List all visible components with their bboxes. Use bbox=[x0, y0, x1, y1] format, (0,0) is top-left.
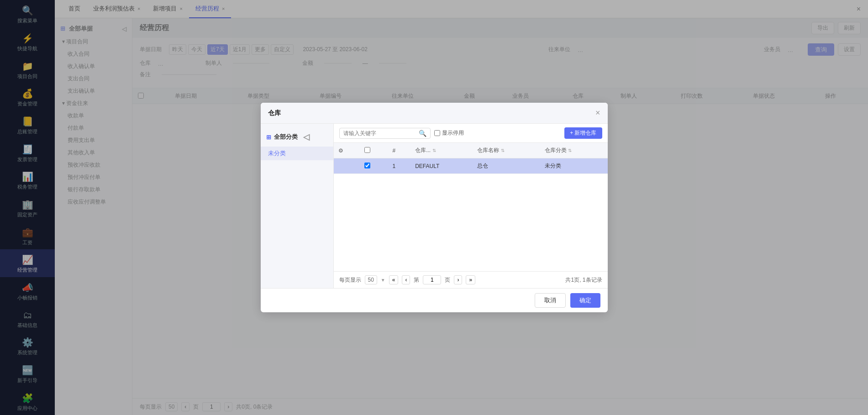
modal-title: 仓库 bbox=[268, 109, 281, 117]
modal-col-code: 仓库... ⇅ bbox=[410, 143, 473, 158]
modal-close-btn[interactable]: × bbox=[595, 108, 600, 118]
modal-total-info: 共1页, 1条记录 bbox=[565, 276, 602, 284]
modal-search-input[interactable] bbox=[343, 130, 419, 137]
modal-search-icon: 🔍 bbox=[419, 130, 426, 137]
row-checkbox[interactable] bbox=[360, 158, 388, 174]
modal-col-settings[interactable]: ⚙ bbox=[334, 143, 360, 158]
modal-col-name: 仓库名称 ⇅ bbox=[473, 143, 540, 158]
modal-table-header: ⚙ # 仓库... ⇅ 仓库名称 ⇅ bbox=[334, 143, 608, 158]
modal-per-page-value: 50 bbox=[365, 275, 377, 284]
show-disabled-text: 显示停用 bbox=[442, 129, 464, 137]
grid-icon: ⊞ bbox=[266, 134, 271, 141]
modal-body: ⊞ 全部分类 ◁ 未分类 🔍 显示停用 bbox=[261, 124, 608, 288]
warehouse-modal: 仓库 × ⊞ 全部分类 ◁ 未分类 🔍 bbox=[261, 103, 608, 312]
modal-per-page-label: 每页显示 bbox=[339, 276, 361, 284]
modal-select-arrow: ▼ bbox=[381, 278, 385, 283]
modal-sidebar-uncategorized[interactable]: 未分类 bbox=[261, 147, 333, 160]
modal-page-label: 页 bbox=[445, 276, 450, 284]
modal-col-num: # bbox=[388, 143, 411, 158]
row-category: 未分类 bbox=[540, 158, 608, 174]
modal-sidebar-header: ⊞ 全部分类 ◁ bbox=[261, 127, 333, 147]
modal-col-category: 仓库分类 ⇅ bbox=[540, 143, 608, 158]
modal-sidebar-collapse-btn[interactable]: ◁ bbox=[298, 130, 315, 144]
modal-sidebar: ⊞ 全部分类 ◁ 未分类 bbox=[261, 124, 334, 288]
modal-main: 🔍 显示停用 + 新增仓库 ⚙ bbox=[334, 124, 608, 288]
modal-page-input[interactable] bbox=[423, 275, 441, 284]
modal-cancel-button[interactable]: 取消 bbox=[535, 293, 566, 308]
modal-table-body: 1 DEFAULT 总仓 未分类 bbox=[334, 158, 608, 174]
row-num: 1 bbox=[388, 158, 411, 174]
add-warehouse-button[interactable]: + 新增仓库 bbox=[564, 127, 602, 139]
show-disabled-checkbox[interactable] bbox=[434, 130, 440, 136]
row-name: 总仓 bbox=[473, 158, 540, 174]
modal-overlay: 仓库 × ⊞ 全部分类 ◁ 未分类 🔍 bbox=[0, 0, 868, 415]
col-name-sort-icon: ⇅ bbox=[501, 148, 505, 153]
modal-pagination: 每页显示 50 ▼ « ‹ 第 页 › » 共1页, 1条记录 bbox=[334, 271, 608, 288]
modal-sidebar-all-label: 全部分类 bbox=[274, 133, 298, 141]
modal-col-checkbox[interactable] bbox=[360, 143, 388, 158]
row-select-checkbox[interactable] bbox=[364, 163, 370, 168]
modal-toolbar: 🔍 显示停用 + 新增仓库 bbox=[334, 124, 608, 143]
modal-prev-btn[interactable]: ‹ bbox=[402, 275, 410, 284]
modal-select-all[interactable] bbox=[364, 147, 370, 153]
col-category-sort-icon: ⇅ bbox=[568, 148, 572, 153]
col-code-sort-icon: ⇅ bbox=[432, 148, 436, 153]
modal-header: 仓库 × bbox=[261, 103, 608, 124]
modal-last-btn[interactable]: » bbox=[466, 275, 475, 284]
modal-search-box: 🔍 bbox=[339, 128, 431, 139]
row-code: DEFAULT bbox=[410, 158, 473, 174]
show-disabled-label[interactable]: 显示停用 bbox=[434, 129, 464, 137]
modal-first-btn[interactable]: « bbox=[389, 275, 399, 284]
modal-table-wrap: ⚙ # 仓库... ⇅ 仓库名称 ⇅ bbox=[334, 143, 608, 271]
modal-page-label-before: 第 bbox=[414, 276, 419, 284]
row-settings bbox=[334, 158, 360, 174]
modal-confirm-button[interactable]: 确定 bbox=[570, 293, 600, 308]
modal-next-btn[interactable]: › bbox=[454, 275, 462, 284]
modal-table: ⚙ # 仓库... ⇅ 仓库名称 ⇅ bbox=[334, 143, 608, 174]
modal-actions: 取消 确定 bbox=[261, 288, 608, 312]
modal-table-row[interactable]: 1 DEFAULT 总仓 未分类 bbox=[334, 158, 608, 174]
